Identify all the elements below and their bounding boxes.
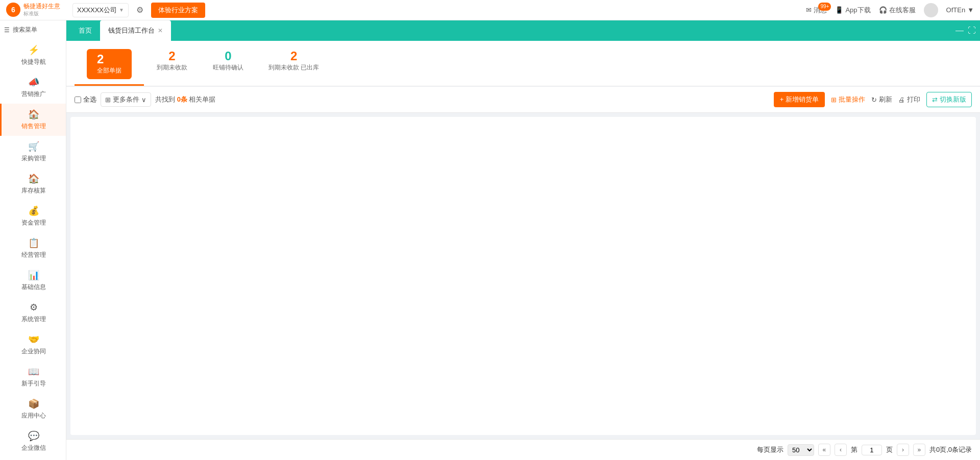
company-name: XXXXXX公司	[77, 6, 117, 15]
purchase-icon: 🛒	[28, 141, 39, 152]
sidebar-item-marketing[interactable]: 📣 营销推广	[0, 71, 66, 104]
messages-button[interactable]: ✉ 消息 99+	[806, 6, 827, 15]
tab-workbench[interactable]: 钱货日清工作台 ✕	[100, 20, 171, 41]
refresh-button[interactable]: ↻ 刷新	[871, 95, 892, 104]
switch-icon: ⇄	[932, 96, 938, 104]
tab-bar-actions: — ⛶	[955, 26, 976, 35]
sidebar-item-guide[interactable]: 📖 新手引导	[0, 361, 66, 393]
sidebar-item-purchase[interactable]: 🛒 采购管理	[0, 136, 66, 168]
operations-icon: 📋	[28, 237, 39, 249]
header-left: 6 畅捷通好生意 标准版 XXXXXX公司 ▼ ⚙ 体验行业方案	[6, 3, 205, 18]
settings-button[interactable]: ⚙	[133, 3, 147, 17]
sidebar-item-search-menu[interactable]: ☰ 搜索菜单	[0, 20, 66, 39]
search-icon: ☰	[4, 27, 10, 34]
sidebar-item-basic-info[interactable]: 📊 基础信息	[0, 264, 66, 297]
first-page-button[interactable]: «	[818, 444, 830, 456]
system-icon: ⚙	[30, 302, 38, 313]
toolbar: 全选 ⊞ 更多条件 ∨ 共找到 0条 相关单据 + 新增销货单	[66, 87, 980, 113]
logo-sub: 标准版	[23, 10, 60, 17]
stat-tabs: 2 全部单据 2 到期未收款 0 旺铺待确认 2 到期未收款 已出库	[66, 41, 980, 86]
lightning-icon: ⚡	[28, 44, 39, 56]
sidebar-item-sales[interactable]: 🏠 销售管理	[0, 104, 66, 136]
sidebar: ☰ 搜索菜单 ⚡ 快捷导航 📣 营销推广 🏠 销售管理 🛒 采购管理 🏠 库存核…	[0, 20, 66, 460]
per-page-label: 每页显示	[757, 445, 783, 454]
finance-icon: 💰	[28, 205, 39, 216]
total-info: 共0页,0条记录	[929, 445, 972, 454]
batch-operation-button[interactable]: ⊞ 批量操作	[831, 95, 865, 104]
overdue-shipped-label: 到期未收款 已出库	[268, 63, 319, 72]
sidebar-item-cooperation[interactable]: 🤝 企业协同	[0, 329, 66, 361]
page-suffix: 页	[886, 445, 893, 454]
last-page-button[interactable]: »	[913, 444, 925, 456]
maximize-icon[interactable]: ⛶	[968, 26, 976, 35]
table-area	[70, 117, 976, 435]
message-badge: 99+	[818, 3, 831, 11]
result-count: 0条	[177, 95, 187, 103]
inventory-icon: 🏠	[28, 173, 39, 184]
wangpu-count: 0	[225, 49, 231, 63]
batch-icon: ⊞	[831, 96, 837, 104]
header-right: ✉ 消息 99+ 📱 App下载 🎧 在线客服 OfTEn ▼	[806, 3, 974, 17]
result-text: 共找到 0条 相关单据	[155, 95, 215, 104]
sidebar-item-member[interactable]: ◇ 畅会员	[0, 457, 66, 460]
online-service-button[interactable]: 🎧 在线客服	[879, 6, 916, 15]
basic-info-icon: 📊	[28, 270, 39, 281]
app-download-button[interactable]: 📱 App下载	[835, 6, 870, 15]
company-selector[interactable]: XXXXXX公司 ▼	[72, 3, 129, 17]
top-header: 6 畅捷通好生意 标准版 XXXXXX公司 ▼ ⚙ 体验行业方案 ✉ 消息 99…	[0, 0, 980, 20]
main-layout: ☰ 搜索菜单 ⚡ 快捷导航 📣 营销推广 🏠 销售管理 🛒 采购管理 🏠 库存核…	[0, 20, 980, 460]
all-label: 全部单据	[97, 66, 121, 75]
logo: 6 畅捷通好生意 标准版	[6, 3, 60, 17]
select-all-input[interactable]	[75, 96, 81, 103]
user-name[interactable]: OfTEn ▼	[946, 6, 974, 14]
sales-icon: 🏠	[28, 109, 39, 120]
prev-page-button[interactable]: ‹	[835, 444, 847, 456]
logo-icon: 6	[6, 3, 20, 17]
add-order-button[interactable]: + 新增销货单	[774, 92, 825, 107]
overdue-count: 2	[168, 49, 175, 63]
filter-button[interactable]: ⊞ 更多条件 ∨	[101, 92, 151, 107]
sidebar-item-finance[interactable]: 💰 资金管理	[0, 200, 66, 232]
stat-tab-wangpu[interactable]: 0 旺铺待确认	[200, 45, 256, 86]
stat-tab-overdue-shipped[interactable]: 2 到期未收款 已出库	[256, 45, 331, 86]
overdue-label: 到期未收款	[157, 63, 187, 72]
wangpu-label: 旺铺待确认	[213, 63, 243, 72]
marketing-icon: 📣	[28, 77, 39, 88]
gear-icon: ⚙	[136, 5, 143, 15]
tab-bar: 首页 钱货日清工作台 ✕ — ⛶	[66, 20, 980, 41]
service-icon: 🎧	[879, 6, 887, 14]
workbench-tab-label: 钱货日清工作台	[108, 26, 155, 35]
per-page-select[interactable]: 50 100 200	[788, 444, 814, 456]
next-page-button[interactable]: ›	[897, 444, 909, 456]
page-input[interactable]	[862, 445, 882, 455]
logo-text: 畅捷通好生意	[23, 3, 60, 10]
download-icon: 📱	[835, 6, 843, 14]
tab-close-icon[interactable]: ✕	[158, 27, 163, 34]
stat-tab-all[interactable]: 2 全部单据	[75, 45, 144, 86]
filter-icon: ⊞	[105, 96, 111, 104]
trial-button[interactable]: 体验行业方案	[151, 3, 205, 18]
page-label: 第	[851, 445, 857, 454]
app-center-icon: 📦	[28, 398, 39, 409]
sidebar-item-quick-nav[interactable]: ⚡ 快捷导航	[0, 39, 66, 71]
content-area: 首页 钱货日清工作台 ✕ — ⛶ 2 全部单据	[66, 20, 980, 460]
sidebar-item-app-center[interactable]: 📦 应用中心	[0, 393, 66, 425]
select-all-checkbox[interactable]: 全选	[75, 95, 96, 104]
cooperation-icon: 🤝	[28, 334, 39, 345]
tab-home[interactable]: 首页	[70, 20, 100, 41]
message-icon: ✉	[806, 6, 812, 14]
avatar[interactable]	[924, 3, 938, 17]
sidebar-item-inventory[interactable]: 🏠 库存核算	[0, 168, 66, 200]
print-icon: 🖨	[898, 96, 905, 104]
sidebar-item-wechat[interactable]: 💬 企业微信	[0, 425, 66, 457]
minimize-icon[interactable]: —	[955, 26, 964, 35]
print-button[interactable]: 🖨 打印	[898, 95, 920, 104]
user-chevron-icon: ▼	[967, 6, 974, 14]
toolbar-right: + 新增销货单 ⊞ 批量操作 ↻ 刷新 🖨 打印 ⇄	[774, 92, 972, 107]
sidebar-item-operations[interactable]: 📋 经营管理	[0, 232, 66, 264]
overdue-shipped-count: 2	[290, 49, 297, 63]
stat-tab-overdue[interactable]: 2 到期未收款	[144, 45, 200, 86]
sidebar-item-system[interactable]: ⚙ 系统管理	[0, 297, 66, 329]
switch-version-button[interactable]: ⇄ 切换新版	[926, 92, 972, 107]
wechat-icon: 💬	[28, 430, 39, 442]
